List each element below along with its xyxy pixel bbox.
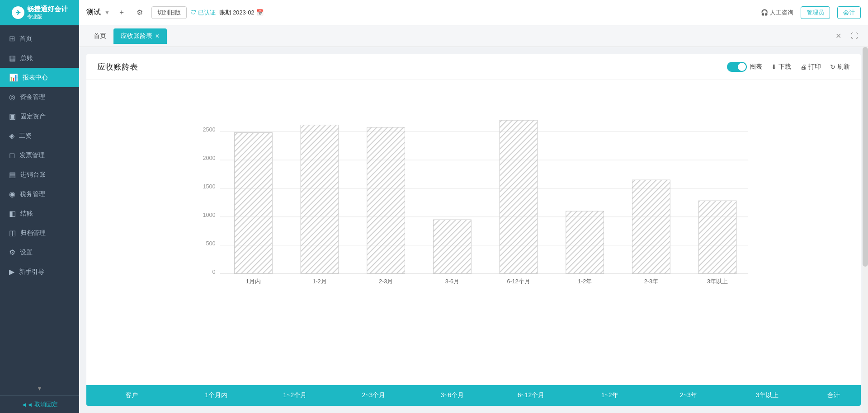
download-label: 下载	[778, 63, 791, 71]
topbar-actions: ＋ ⚙ 切到旧版	[115, 6, 187, 19]
period-value: 2023-02	[233, 9, 255, 16]
settings-button[interactable]: ⚙	[133, 6, 146, 19]
support-button[interactable]: 🎧 人工咨询	[761, 9, 793, 17]
tab-home-label: 首页	[94, 32, 106, 40]
admin-button[interactable]: 管理员	[801, 6, 830, 19]
pin-icon: ◄◄	[21, 401, 33, 408]
sidebar-label-settings: 设置	[20, 249, 33, 257]
refresh-icon: ↻	[830, 63, 835, 70]
add-button[interactable]: ＋	[115, 6, 128, 19]
col-3plus-year: 3年以上	[728, 385, 807, 406]
sidebar-item-tax[interactable]: ◉ 税务管理	[0, 184, 79, 204]
shield-icon: 🛡	[190, 9, 196, 16]
home-icon: ⊞	[9, 34, 15, 43]
col-3-6month: 3~6个月	[413, 385, 491, 406]
svg-text:1月内: 1月内	[246, 278, 261, 285]
svg-text:0: 0	[212, 269, 216, 275]
refresh-button[interactable]: ↻ 刷新	[830, 63, 850, 71]
svg-text:2500: 2500	[203, 127, 216, 133]
bar-4	[433, 220, 471, 273]
col-customer: 客户	[86, 385, 177, 406]
closing-icon: ◧	[9, 209, 16, 218]
support-label: 人工咨询	[770, 9, 793, 17]
col-6-12month: 6~12个月	[492, 385, 571, 406]
bar-3	[367, 127, 405, 274]
bar-6	[566, 211, 604, 273]
tab-close-button[interactable]: ✕	[832, 30, 844, 42]
sidebar-item-archive[interactable]: ◫ 归档管理	[0, 223, 79, 243]
col-1-2year: 1~2年	[571, 385, 649, 406]
sidebar-item-reports[interactable]: 📊 报表中心	[0, 68, 79, 87]
sidebar-label-archive: 归档管理	[20, 229, 46, 237]
col-2-3year: 2~3年	[649, 385, 728, 406]
page-title: 应收账龄表	[97, 61, 138, 72]
sidebar-label-reports: 报表中心	[23, 74, 48, 82]
sidebar: ✈ 畅捷通好会计 专业版 ⊞ 首页 ▦ 总账 📊 报表中心 ◎ 资金管理 ▣ 固…	[0, 0, 79, 413]
project-name: 测试	[86, 8, 101, 17]
bar-5	[500, 120, 538, 273]
headphone-icon: 🎧	[761, 9, 768, 16]
sidebar-label-tax: 税务管理	[20, 190, 45, 198]
svg-text:2-3年: 2-3年	[644, 278, 658, 285]
sidebar-label-closing: 结账	[20, 210, 33, 218]
fund-icon: ◎	[9, 93, 15, 101]
project-dropdown-icon[interactable]: ▼	[104, 9, 110, 16]
topbar: 测试 ▼ ＋ ⚙ 切到旧版 🛡 已认证 账期 2023-02 📅 🎧 人工咨询 …	[79, 0, 868, 25]
svg-text:1000: 1000	[203, 212, 216, 218]
app-logo: ✈ 畅捷通好会计 专业版	[0, 0, 79, 25]
download-icon: ⬇	[771, 63, 777, 70]
scroll-down-icon: ▼	[37, 385, 42, 392]
bar-2	[301, 125, 339, 274]
sidebar-scroll-down[interactable]: ▼	[0, 382, 79, 395]
svg-text:2-3月: 2-3月	[379, 278, 393, 285]
invoice-icon: ◻	[9, 151, 15, 160]
scroll-thumb[interactable]	[863, 47, 868, 267]
sidebar-item-assets[interactable]: ▣ 固定资产	[0, 107, 79, 126]
sidebar-item-guide[interactable]: ▶ 新手引导	[0, 262, 79, 282]
sidebar-item-payroll[interactable]: ◈ 工资	[0, 126, 79, 145]
payroll-icon: ◈	[9, 131, 14, 140]
sidebar-item-settings[interactable]: ⚙ 设置	[0, 243, 79, 262]
sidebar-item-closing[interactable]: ◧ 结账	[0, 204, 79, 223]
svg-text:2000: 2000	[203, 155, 216, 161]
tab-ar-aging[interactable]: 应收账龄表 ✕	[113, 28, 167, 44]
svg-text:3-6月: 3-6月	[445, 278, 459, 285]
sidebar-item-invoice[interactable]: ◻ 发票管理	[0, 145, 79, 165]
bar-1	[234, 132, 272, 273]
sidebar-item-home[interactable]: ⊞ 首页	[0, 29, 79, 48]
sales-icon: ▤	[9, 170, 16, 179]
tab-close-icon[interactable]: ✕	[155, 33, 160, 39]
right-scrollbar[interactable]	[863, 47, 868, 413]
svg-text:1-2月: 1-2月	[312, 278, 326, 285]
svg-text:3年以上: 3年以上	[707, 278, 728, 285]
period-selector[interactable]: 账期 2023-02 📅	[219, 9, 264, 17]
tab-expand-button[interactable]: ⛶	[848, 30, 861, 42]
guide-icon: ▶	[9, 268, 14, 276]
chart-toggle-label: 图表	[750, 63, 762, 71]
tab-ar-aging-label: 应收账龄表	[121, 32, 152, 40]
settings-icon: ⚙	[9, 248, 15, 257]
svg-text:500: 500	[206, 240, 216, 247]
sidebar-item-fund[interactable]: ◎ 资金管理	[0, 87, 79, 107]
sidebar-item-ledger[interactable]: ▦ 总账	[0, 48, 79, 68]
print-icon: 🖨	[800, 63, 807, 70]
download-button[interactable]: ⬇ 下载	[771, 63, 791, 71]
app-name: 畅捷通好会计	[27, 5, 68, 14]
sidebar-item-sales[interactable]: ▤ 进销台账	[0, 165, 79, 184]
cancel-fixed-button[interactable]: ◄◄ 取消固定	[0, 395, 79, 413]
chart-toggle[interactable]	[727, 62, 747, 72]
svg-text:1-2年: 1-2年	[578, 278, 592, 285]
switch-version-button[interactable]: 切到旧版	[151, 6, 187, 19]
app-edition: 专业版	[27, 14, 68, 20]
sidebar-nav: ⊞ 首页 ▦ 总账 📊 报表中心 ◎ 资金管理 ▣ 固定资产 ◈ 工资 ◻ 发票…	[0, 25, 79, 382]
col-total: 合计	[807, 385, 861, 406]
page-actions: 图表 ⬇ 下载 🖨 打印 ↻ 刷新	[727, 62, 850, 72]
ledger-icon: ▦	[9, 54, 16, 62]
sidebar-label-invoice: 发票管理	[19, 151, 45, 160]
chart-container: 0 500 1000 1500 2000 2500	[95, 89, 852, 288]
project-selector[interactable]: 测试 ▼	[86, 8, 110, 17]
tab-home[interactable]: 首页	[86, 28, 113, 44]
reports-icon: 📊	[9, 73, 18, 82]
role-button[interactable]: 会计	[837, 6, 861, 19]
print-button[interactable]: 🖨 打印	[800, 63, 821, 71]
